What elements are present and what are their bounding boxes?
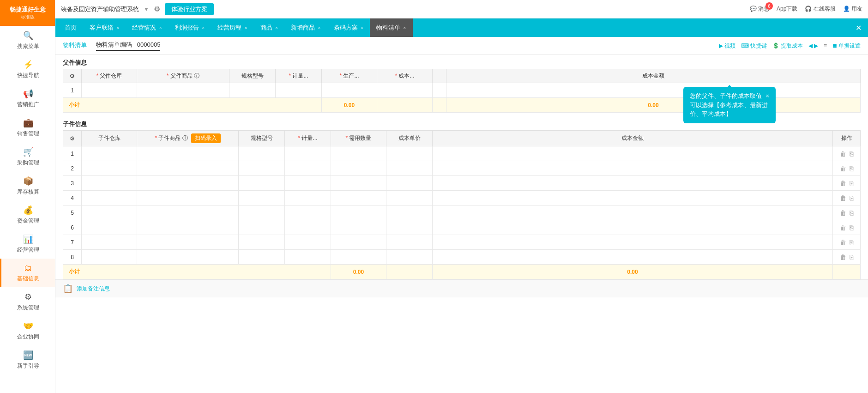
tab-operation-close[interactable]: × [159,25,162,30]
trial-btn[interactable]: 体验行业方案 [165,3,214,15]
tab-barcode[interactable]: 条码方案 × [327,18,370,37]
delete-icon-5[interactable]: 🗑 [840,209,846,217]
sidebar-item-guide[interactable]: 🆕 新手引导 [0,345,55,375]
child-row-4-warehouse[interactable] [82,191,137,206]
sub-tab-list[interactable]: 物料清单 [63,41,87,50]
child-row-6-warehouse[interactable] [82,220,137,235]
child-row-8-spec[interactable] [239,250,285,265]
child-row-5-spec[interactable] [239,206,285,220]
copy-icon-6[interactable]: ⎘ [850,224,853,231]
app-download-link[interactable]: App下载 [777,5,797,13]
sidebar-item-system[interactable]: ⚙ 系统管理 [0,287,55,316]
child-row-7-cost-price[interactable] [386,235,433,250]
child-row-3-unit[interactable] [285,176,331,191]
delete-icon-1[interactable]: 🗑 [840,150,846,157]
parent-col-settings[interactable]: ⚙ [63,69,82,83]
child-row-5-product[interactable] [137,206,239,220]
sidebar-item-corp[interactable]: 🤝 企业协同 [0,316,55,345]
tab-new-goods[interactable]: 新增商品 × [284,18,327,37]
tab-home[interactable]: 首页 [58,18,83,37]
parent-row-1-warehouse[interactable] [82,83,137,98]
copy-icon-8[interactable]: ⎘ [850,254,853,261]
message-badge[interactable]: 💬 消息 6 [750,5,769,13]
tab-barcode-close[interactable]: × [361,25,363,30]
online-service-link[interactable]: 🎧 在线客服 [805,5,835,13]
dropdown-arrow-icon[interactable]: ▼ [144,6,149,12]
child-row-8-needed[interactable] [331,250,386,265]
delete-icon-8[interactable]: 🗑 [840,254,846,261]
tab-bom-close[interactable]: × [403,25,406,30]
tab-customer[interactable]: 客户联络 × [83,18,126,37]
parent-row-1-product[interactable] [137,83,229,98]
scan-btn[interactable]: 扫码录入 [191,133,221,143]
settings-btn[interactable]: ◀▶ [808,42,818,49]
sidebar-item-inventory[interactable]: 📦 库存核算 [0,171,55,200]
tab-goods-close[interactable]: × [275,25,278,30]
child-row-4-needed[interactable] [331,191,386,206]
sidebar-item-search[interactable]: 🔍 搜索菜单 [0,26,55,55]
tab-operation[interactable]: 经营情况 × [126,18,168,37]
tab-history-close[interactable]: × [244,25,247,30]
delete-icon-3[interactable]: 🗑 [840,180,846,187]
child-row-7-unit[interactable] [285,235,331,250]
sidebar-item-sales[interactable]: 💼 销售管理 [0,113,55,142]
child-row-3-needed[interactable] [331,176,386,191]
child-row-8-cost-price[interactable] [386,250,433,265]
child-row-1-product[interactable] [137,146,239,161]
child-row-4-spec[interactable] [239,191,285,206]
child-row-6-needed[interactable] [331,220,386,235]
copy-icon-1[interactable]: ⎘ [850,150,853,157]
add-note-label[interactable]: 添加备注信息 [77,285,110,293]
child-row-2-needed[interactable] [331,161,386,176]
child-row-4-product[interactable] [137,191,239,206]
sidebar-item-basic[interactable]: 🗂 基础信息 [0,259,55,287]
parent-row-1-cost[interactable] [377,83,433,98]
child-row-2-unit[interactable] [285,161,331,176]
delete-icon-2[interactable]: 🗑 [840,165,846,172]
copy-icon-7[interactable]: ⎘ [850,239,853,246]
child-row-7-needed[interactable] [331,235,386,250]
video-btn[interactable]: ▶ 视频 [719,42,735,50]
copy-icon-4[interactable]: ⎘ [850,194,853,202]
doc-settings-btn[interactable]: ≣ 单据设置 [832,42,861,50]
child-row-7-warehouse[interactable] [82,235,137,250]
child-row-3-spec[interactable] [239,176,285,191]
tab-customer-close[interactable]: × [116,25,119,30]
tab-history[interactable]: 经营历程 × [211,18,253,37]
child-row-4-cost-price[interactable] [386,191,433,206]
child-row-6-spec[interactable] [239,220,285,235]
child-row-5-warehouse[interactable] [82,206,137,220]
tab-profit-close[interactable]: × [202,25,205,30]
child-row-5-cost-price[interactable] [386,206,433,220]
shortcut-btn[interactable]: ⌨ 快捷键 [741,42,767,50]
tab-new-goods-close[interactable]: × [318,25,320,30]
child-row-6-unit[interactable] [285,220,331,235]
nav-close-icon[interactable]: ✕ [852,24,865,32]
child-row-7-spec[interactable] [239,235,285,250]
sidebar-item-purchase[interactable]: 🛒 采购管理 [0,142,55,171]
child-row-7-product[interactable] [137,235,239,250]
parent-row-1-spec[interactable] [229,83,276,98]
tab-bom[interactable]: 物料清单 × [370,18,412,37]
parent-row-1-production[interactable] [322,83,377,98]
child-row-2-cost-price[interactable] [386,161,433,176]
child-row-6-product[interactable] [137,220,239,235]
child-row-2-spec[interactable] [239,161,285,176]
user-menu[interactable]: 👤 用友 [843,5,862,13]
sidebar-item-finance[interactable]: 💰 资金管理 [0,200,55,230]
child-row-8-unit[interactable] [285,250,331,265]
child-row-8-warehouse[interactable] [82,250,137,265]
tab-goods[interactable]: 商品 × [254,18,284,37]
child-row-1-warehouse[interactable] [82,146,137,161]
gear-icon[interactable]: ⚙ [154,5,160,13]
child-row-2-product[interactable] [137,161,239,176]
parent-row-1-unit[interactable] [276,83,322,98]
sidebar-item-business[interactable]: 📊 经营管理 [0,230,55,259]
child-row-5-unit[interactable] [285,206,331,220]
sidebar-item-marketing[interactable]: 📢 营销推广 [0,84,55,113]
child-row-1-cost-price[interactable] [386,146,433,161]
child-row-4-unit[interactable] [285,191,331,206]
grid-view-btn[interactable]: ≡ [824,42,827,49]
child-row-1-needed[interactable] [331,146,386,161]
cost-btn[interactable]: 💲 提取成本 [772,42,803,50]
